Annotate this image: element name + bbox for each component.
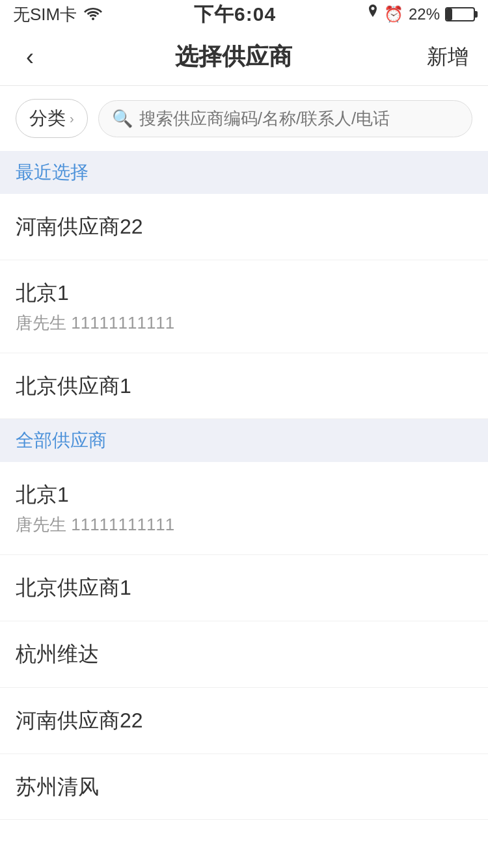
status-bar: 无SIM卡 下午6:04 ⏰ 22% xyxy=(0,0,488,29)
list-item[interactable]: 河南供应商22 xyxy=(0,194,488,260)
list-item[interactable]: 苏州清风 xyxy=(0,754,488,821)
page-title: 选择供应商 xyxy=(175,41,292,73)
battery-text: 22% xyxy=(409,5,440,23)
wifi-icon xyxy=(83,5,103,25)
item-name: 北京供应商1 xyxy=(16,372,472,401)
add-button[interactable]: 新增 xyxy=(427,43,468,72)
alarm-icon: ⏰ xyxy=(384,5,403,23)
sections-container: 最近选择河南供应商22北京1唐先生 11111111111北京供应商1全部供应商… xyxy=(0,151,488,820)
item-name: 河南供应商22 xyxy=(16,706,472,735)
search-box[interactable]: 🔍 xyxy=(98,100,472,137)
section-header-all: 全部供应商 xyxy=(0,419,488,462)
item-name: 北京1 xyxy=(16,480,472,509)
filter-bar: 分类 › 🔍 xyxy=(0,86,488,151)
item-sub: 唐先生 11111111111 xyxy=(16,312,472,334)
carrier-text: 无SIM卡 xyxy=(13,3,77,26)
item-name: 北京1 xyxy=(16,278,472,308)
list-item[interactable]: 北京1唐先生 11111111111 xyxy=(0,462,488,555)
location-icon xyxy=(367,5,379,24)
chevron-right-icon: › xyxy=(70,111,74,126)
section-header-recent: 最近选择 xyxy=(0,151,488,194)
item-name: 苏州清风 xyxy=(16,772,472,802)
list-item[interactable]: 河南供应商22 xyxy=(0,688,488,754)
back-button[interactable]: ‹ xyxy=(20,37,40,77)
list-item[interactable]: 北京供应商1 xyxy=(0,353,488,420)
status-left: 无SIM卡 xyxy=(13,3,103,26)
item-sub: 唐先生 11111111111 xyxy=(16,513,472,536)
status-right: ⏰ 22% xyxy=(367,5,475,24)
category-label: 分类 xyxy=(29,106,66,131)
status-time: 下午6:04 xyxy=(194,1,276,28)
battery-icon xyxy=(445,7,475,21)
list-item[interactable]: 北京1唐先生 11111111111 xyxy=(0,260,488,353)
nav-bar: ‹ 选择供应商 新增 xyxy=(0,29,488,86)
list-item[interactable]: 杭州维达 xyxy=(0,621,488,688)
item-name: 杭州维达 xyxy=(16,640,472,669)
list-item[interactable]: 北京供应商1 xyxy=(0,555,488,621)
search-icon: 🔍 xyxy=(112,109,133,129)
item-name: 河南供应商22 xyxy=(16,212,472,241)
item-name: 北京供应商1 xyxy=(16,573,472,603)
category-filter[interactable]: 分类 › xyxy=(16,99,88,138)
search-input[interactable] xyxy=(139,109,459,129)
